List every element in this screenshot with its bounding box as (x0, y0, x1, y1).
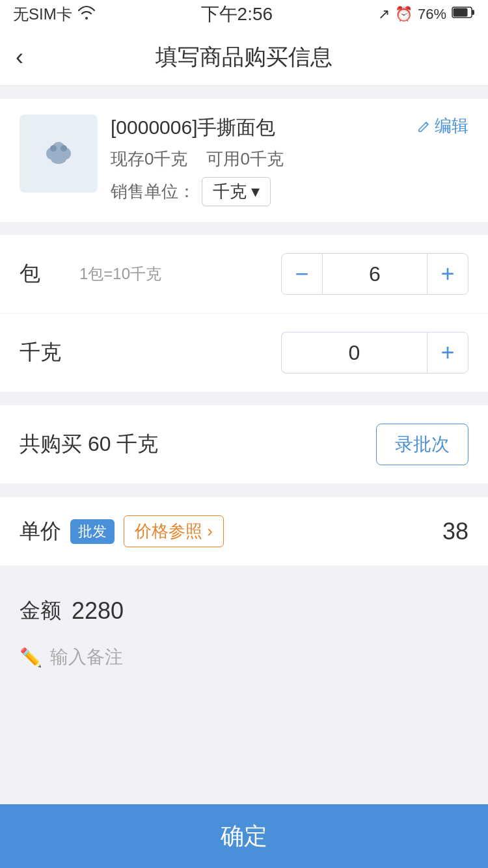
product-info: [0000006]手撕面包 编辑 现存0千克 可用0千克 销售单位： 千克 ▾ (111, 115, 468, 206)
unit-label: 销售单位： (111, 180, 195, 203)
price-section: 单价 批发 价格参照 › 38 (0, 497, 488, 565)
battery-text: 76% (418, 6, 446, 23)
batch-tag: 批发 (70, 519, 115, 544)
stock-text: 现存0千克 (111, 149, 187, 169)
svg-rect-1 (472, 10, 474, 15)
plus-button-bao[interactable]: + (427, 253, 468, 295)
confirm-button[interactable]: 确定 (221, 821, 267, 852)
wifi-icon (77, 5, 96, 23)
pencil-icon: ✏️ (20, 647, 42, 668)
note-placeholder: 输入备注 (50, 645, 123, 670)
svg-point-7 (50, 145, 57, 152)
product-section: [0000006]手撕面包 编辑 现存0千克 可用0千克 销售单位： 千克 ▾ (0, 99, 488, 222)
product-image (20, 115, 98, 193)
price-ref-button[interactable]: 价格参照 › (124, 515, 224, 547)
qty-hint-bao: 1包=10千克 (79, 264, 281, 284)
battery-icon (452, 6, 475, 23)
edit-label: 编辑 (435, 115, 468, 137)
status-time: 下午2:56 (201, 2, 273, 27)
product-stock: 现存0千克 可用0千克 (111, 148, 468, 170)
quantity-section: 包 1包=10千克 − + 千克 + (0, 235, 488, 392)
price-left: 单价 批发 价格参照 › (20, 515, 224, 547)
alarm-icon: ⏰ (395, 6, 413, 23)
note-row[interactable]: ✏️ 输入备注 (20, 638, 468, 689)
minus-button-bao[interactable]: − (281, 253, 323, 295)
amount-section: 金额 2280 ✏️ 输入备注 (0, 565, 488, 689)
qty-input-kg[interactable] (281, 332, 427, 373)
status-right: ↗ ⏰ 76% (378, 6, 475, 23)
product-name: [0000006]手撕面包 (111, 115, 275, 141)
price-label: 单价 (20, 517, 61, 546)
svg-point-6 (51, 154, 66, 164)
nav-bar: ‹ 填写商品购买信息 (0, 29, 488, 86)
product-unit-row: 销售单位： 千克 ▾ (111, 177, 468, 206)
svg-rect-2 (454, 8, 468, 17)
page-title: 填写商品购买信息 (156, 42, 332, 72)
quantity-controls-kg: + (281, 332, 468, 373)
record-batch-button[interactable]: 录批次 (376, 424, 468, 465)
edit-button[interactable]: 编辑 (416, 115, 468, 137)
total-text: 共购买 60 千克 (20, 430, 158, 459)
amount-label: 金额 (20, 597, 61, 625)
back-button[interactable]: ‹ (16, 44, 23, 71)
carrier-text: 无SIM卡 (13, 4, 72, 25)
plus-button-kg[interactable]: + (427, 332, 468, 373)
amount-value: 2280 (72, 597, 124, 625)
qty-label-kg: 千克 (20, 338, 72, 367)
spacer (0, 689, 488, 753)
unit-select[interactable]: 千克 ▾ (202, 177, 271, 206)
status-bar: 无SIM卡 下午2:56 ↗ ⏰ 76% (0, 0, 488, 29)
total-section: 共购买 60 千克 录批次 (0, 405, 488, 484)
quantity-row-kg: 千克 + (0, 314, 488, 392)
qty-input-bao[interactable] (323, 253, 427, 295)
quantity-controls-bao: − + (281, 253, 468, 295)
unit-value: 千克 ▾ (213, 180, 260, 203)
footer[interactable]: 确定 (0, 804, 488, 868)
quantity-row-bao: 包 1包=10千克 − + (0, 235, 488, 314)
price-value: 38 (442, 518, 468, 545)
qty-label-bao: 包 (20, 260, 72, 288)
svg-point-8 (61, 145, 67, 152)
location-icon: ↗ (378, 6, 390, 23)
amount-row: 金额 2280 (20, 584, 468, 638)
available-text: 可用0千克 (206, 149, 283, 169)
status-left: 无SIM卡 (13, 4, 96, 25)
